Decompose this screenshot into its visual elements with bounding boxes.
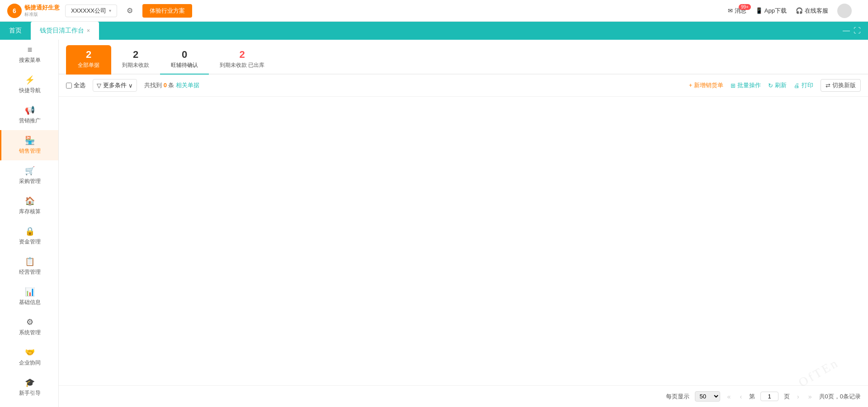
sidebar-label-marketing: 营销推广: [19, 117, 41, 125]
pagination: 每页显示 50 100 200 « ‹ 第 页 › » 共0页，0条记录: [59, 385, 868, 407]
found-count: 0: [164, 82, 167, 89]
print-button[interactable]: 🖨 打印: [794, 81, 813, 89]
toolbar: 全选 ▽ 更多条件 ∨ 共找到 0 条 相关单据 + 新增销货单 ⊞: [59, 75, 868, 97]
filter-button[interactable]: ▽ 更多条件 ∨: [93, 79, 137, 92]
logo-main: 畅捷通好生意: [24, 4, 60, 12]
sidebar-item-search-menu[interactable]: ≡ 搜索菜单: [0, 40, 58, 70]
basic-info-icon: 📊: [25, 287, 35, 297]
settings-icon-btn[interactable]: ⚙: [123, 4, 137, 18]
refresh-button[interactable]: ↻ 刷新: [768, 81, 787, 89]
top-bar-left: 6 畅捷通好生意 标准版 XXXXXX公司 ▾ ⚙ 体验行业方案: [7, 4, 192, 18]
marketing-icon: 📢: [25, 105, 35, 115]
sidebar-label-sales: 销售管理: [19, 147, 41, 155]
top-bar-right: ✉ 消息 99+ 📱 App下载 🎧 在线客服: [728, 4, 861, 18]
sidebar-item-newbie[interactable]: 🎓 新手引导: [0, 372, 58, 402]
prev-page-button[interactable]: ‹: [738, 392, 744, 401]
main-content: 2 全部单据 2 到期未收款 0 旺辅待确认 2 到期未收款 已出库 全选: [59, 40, 868, 407]
refresh-icon: ↻: [768, 82, 773, 89]
card-tab-pending-count: 0: [182, 49, 187, 61]
sidebar-item-purchase[interactable]: 🛒 采购管理: [0, 160, 58, 191]
select-all-label: 全选: [74, 81, 85, 89]
sidebar-label-inventory: 库存核算: [19, 208, 41, 215]
sidebar-item-app-center[interactable]: 📦 应用中心: [0, 402, 58, 407]
page-size-label: 每页显示: [666, 393, 689, 401]
company-selector[interactable]: XXXXXX公司 ▾: [65, 5, 117, 17]
table-area: [59, 97, 868, 385]
select-all-input[interactable]: [66, 83, 72, 89]
message-button[interactable]: ✉ 消息 99+: [728, 7, 746, 15]
sidebar-item-inventory[interactable]: 🏠 库存核算: [0, 191, 58, 221]
card-tab-overdue-out[interactable]: 2 到期未收款 已出库: [209, 45, 275, 75]
avatar[interactable]: [837, 4, 852, 18]
card-tab-all[interactable]: 2 全部单据: [66, 45, 111, 75]
switch-version-button[interactable]: ⇄ 切换新版: [821, 79, 861, 92]
sidebar-item-sales[interactable]: 🏪 销售管理: [0, 130, 58, 160]
card-tab-overdue-count: 2: [133, 49, 138, 61]
page-input[interactable]: [760, 392, 778, 401]
sidebar: ≡ 搜索菜单 ⚡ 快捷导航 📢 营销推广 🏪 销售管理 🛒 采购管理 🏠 库存核…: [0, 40, 59, 407]
sidebar-item-operation[interactable]: 📋 经营管理: [0, 251, 58, 281]
finance-icon: 🔒: [25, 226, 35, 236]
tab-bar-actions: — ⛶: [843, 27, 861, 35]
sidebar-label-basic-info: 基础信息: [19, 299, 41, 306]
tab-active[interactable]: 钱货日清工作台 ×: [31, 22, 99, 40]
filter-arrow-icon: ∨: [128, 82, 133, 89]
refresh-label: 刷新: [775, 81, 787, 89]
found-prefix: 共找到: [144, 82, 162, 89]
sidebar-item-sys-admin[interactable]: ⚙ 系统管理: [0, 312, 58, 342]
switch-label: 切换新版: [832, 81, 856, 89]
next-page-button[interactable]: ›: [795, 392, 801, 401]
card-tab-pending-label: 旺辅待确认: [171, 61, 198, 69]
sidebar-item-marketing[interactable]: 📢 营销推广: [0, 100, 58, 130]
page-size-select[interactable]: 50 100 200: [695, 391, 720, 402]
service-icon: 🎧: [796, 7, 803, 14]
minimize-icon[interactable]: —: [843, 27, 850, 35]
enterprise-icon: 🤝: [25, 347, 35, 357]
add-sales-order-button[interactable]: + 新增销货单: [689, 81, 723, 89]
card-tab-overdue[interactable]: 2 到期未收款: [111, 45, 160, 75]
tab-home[interactable]: 首页: [0, 22, 31, 40]
select-all-checkbox[interactable]: 全选: [66, 81, 85, 89]
top-bar: 6 畅捷通好生意 标准版 XXXXXX公司 ▾ ⚙ 体验行业方案 ✉ 消息 99…: [0, 0, 868, 22]
tab-bar: 首页 钱货日清工作台 × — ⛶: [0, 22, 868, 40]
app-icon: 📱: [755, 7, 763, 14]
message-icon: ✉: [728, 7, 733, 14]
page-suffix: 页: [784, 393, 790, 401]
card-tab-overdue-out-label: 到期未收款 已出库: [220, 61, 264, 69]
sidebar-label-enterprise: 企业协同: [19, 359, 41, 367]
card-tabs: 2 全部单据 2 到期未收款 0 旺辅待确认 2 到期未收款 已出库: [59, 40, 868, 75]
tab-close-icon[interactable]: ×: [87, 28, 90, 34]
company-name: XXXXXX公司: [71, 7, 106, 15]
inventory-icon: 🏠: [25, 196, 35, 206]
card-tab-pending[interactable]: 0 旺辅待确认: [160, 45, 209, 75]
card-tab-overdue-label: 到期未收款: [122, 61, 149, 69]
related-records-link[interactable]: 相关单据: [176, 82, 199, 89]
experience-btn[interactable]: 体验行业方案: [142, 4, 192, 18]
sidebar-item-finance[interactable]: 🔒 资金管理: [0, 221, 58, 251]
filter-label: 更多条件: [103, 81, 127, 89]
quick-nav-icon: ⚡: [25, 75, 35, 85]
card-tab-all-count: 2: [86, 49, 91, 61]
batch-label: 批量操作: [737, 81, 761, 89]
sidebar-label-newbie: 新手引导: [19, 389, 41, 397]
sidebar-item-basic-info[interactable]: 📊 基础信息: [0, 281, 58, 312]
card-tab-all-label: 全部单据: [78, 61, 99, 69]
found-unit: 条: [168, 82, 174, 89]
sidebar-item-quick-nav[interactable]: ⚡ 快捷导航: [0, 70, 58, 100]
sidebar-item-enterprise[interactable]: 🤝 企业协同: [0, 342, 58, 372]
message-badge: 99+: [739, 4, 751, 10]
service-label: 在线客服: [805, 7, 828, 15]
first-page-button[interactable]: «: [726, 392, 733, 401]
batch-operation-button[interactable]: ⊞ 批量操作: [731, 81, 761, 89]
sidebar-label-operation: 经营管理: [19, 268, 41, 276]
found-text: 共找到 0 条 相关单据: [144, 81, 199, 89]
print-icon: 🖨: [794, 82, 800, 89]
app-download-button[interactable]: 📱 App下载: [755, 7, 787, 15]
logo-sub: 标准版: [24, 11, 60, 17]
operation-icon: 📋: [25, 257, 35, 267]
last-page-button[interactable]: »: [807, 392, 814, 401]
online-service-button[interactable]: 🎧 在线客服: [796, 7, 828, 15]
page-label: 第: [749, 393, 755, 401]
logo-text: 畅捷通好生意 标准版: [24, 4, 60, 18]
maximize-icon[interactable]: ⛶: [854, 27, 861, 35]
